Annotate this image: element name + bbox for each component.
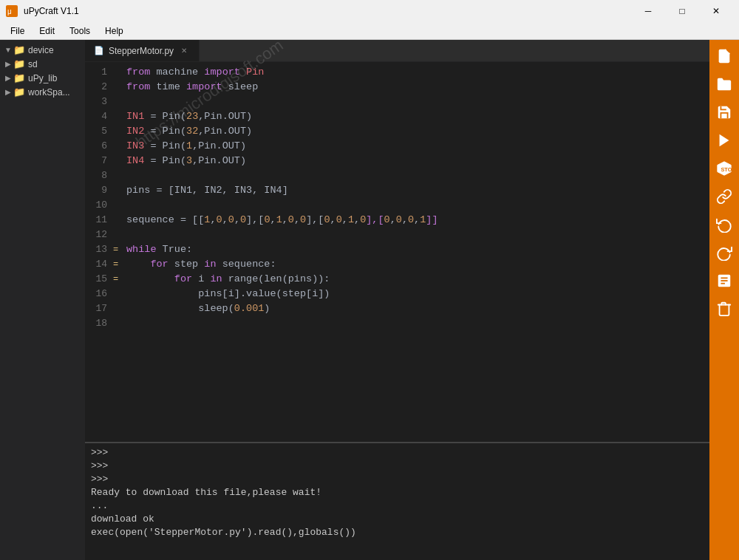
redo-button[interactable] bbox=[711, 239, 738, 266]
line-number: 15 bbox=[85, 272, 113, 287]
line-content: while True: bbox=[123, 242, 192, 257]
delete-button[interactable] bbox=[711, 296, 738, 322]
line-content: for step in sequence: bbox=[123, 257, 276, 272]
line-number: 12 bbox=[85, 228, 113, 242]
terminal-line: ... bbox=[91, 499, 704, 513]
line-content: from time import sleep bbox=[123, 80, 258, 95]
line-indicator: = bbox=[113, 257, 123, 272]
stop-button[interactable]: STOP bbox=[711, 155, 738, 182]
arrow-icon-sd: ▶ bbox=[3, 60, 13, 68]
stop-icon: STOP bbox=[716, 160, 732, 177]
line-content: IN3 = Pin(1,Pin.OUT) bbox=[123, 139, 246, 154]
undo-button[interactable] bbox=[711, 211, 738, 238]
line-number: 7 bbox=[85, 154, 113, 168]
maximize-button[interactable]: □ bbox=[665, 0, 699, 22]
line-number: 8 bbox=[85, 168, 113, 183]
sidebar-item-device[interactable]: ▼ 📁 device bbox=[0, 43, 85, 57]
sidebar-item-sd[interactable]: ▶ 📁 sd bbox=[0, 57, 85, 71]
tab-bar: 📄 StepperMotor.py ✕ bbox=[85, 40, 709, 62]
new-file-icon bbox=[716, 48, 732, 64]
save-file-button[interactable] bbox=[711, 99, 738, 126]
code-line: 9pins = [IN1, IN2, IN3, IN4] bbox=[85, 183, 709, 198]
folder-icon-upylib: 📁 bbox=[13, 72, 25, 83]
code-line: 2from time import sleep bbox=[85, 80, 709, 95]
code-line: 18 bbox=[85, 316, 709, 331]
sidebar-item-workspace[interactable]: ▶ 📁 workSpa... bbox=[0, 85, 85, 99]
line-number: 13 bbox=[85, 242, 113, 257]
tab-steppermotor[interactable]: 📄 StepperMotor.py ✕ bbox=[85, 40, 200, 61]
svg-text:STOP: STOP bbox=[721, 166, 732, 173]
menu-help[interactable]: Help bbox=[98, 24, 131, 38]
line-number: 11 bbox=[85, 213, 113, 228]
sidebar-label-workspace: workSpa... bbox=[28, 87, 70, 98]
line-number: 17 bbox=[85, 301, 113, 316]
content-area: https://microdigisoft.com 📄 StepperMotor… bbox=[85, 40, 709, 560]
app-icon: μ bbox=[6, 5, 18, 17]
code-line: 4IN1 = Pin(23,Pin.OUT) bbox=[85, 109, 709, 124]
new-file-button[interactable] bbox=[711, 43, 738, 69]
beautify-button[interactable] bbox=[711, 267, 738, 294]
folder-icon: 📁 bbox=[13, 44, 25, 55]
terminal-line: download ok bbox=[91, 513, 704, 526]
menu-bar: File Edit Tools Help bbox=[0, 22, 739, 40]
sidebar-label-device: device bbox=[28, 45, 54, 55]
code-line: 10 bbox=[85, 198, 709, 213]
tab-label: StepperMotor.py bbox=[109, 46, 174, 56]
sidebar-label-sd: sd bbox=[28, 59, 38, 69]
line-indicator: = bbox=[113, 242, 123, 257]
line-number: 3 bbox=[85, 95, 113, 109]
menu-edit[interactable]: Edit bbox=[32, 24, 62, 38]
code-line: 12 bbox=[85, 228, 709, 242]
line-content: pins = [IN1, IN2, IN3, IN4] bbox=[123, 183, 288, 198]
line-number: 10 bbox=[85, 198, 113, 213]
line-number: 1 bbox=[85, 65, 113, 80]
arrow-icon-workspace: ▶ bbox=[3, 88, 13, 96]
sidebar: ▼ 📁 device ▶ 📁 sd ▶ 📁 uPy_lib ▶ 📁 workSp… bbox=[0, 40, 85, 560]
terminal[interactable]: >>>>>>>>>Ready to download this file,ple… bbox=[85, 442, 709, 560]
line-indicator: = bbox=[113, 272, 123, 287]
code-line: 3 bbox=[85, 95, 709, 109]
code-line: 11sequence = [[1,0,0,0],[0,1,0,0],[0,0,1… bbox=[85, 213, 709, 228]
menu-file[interactable]: File bbox=[3, 24, 32, 38]
terminal-line: >>> bbox=[91, 473, 704, 486]
open-file-button[interactable] bbox=[711, 71, 738, 98]
tab-close-button[interactable]: ✕ bbox=[178, 45, 190, 57]
line-number: 14 bbox=[85, 257, 113, 272]
code-editor[interactable]: 1from machine import Pin2from time impor… bbox=[85, 62, 709, 442]
app-title: uPyCraft V1.1 bbox=[24, 6, 625, 16]
line-content: IN2 = Pin(32,Pin.OUT) bbox=[123, 124, 252, 139]
line-content: IN1 = Pin(23,Pin.OUT) bbox=[123, 109, 252, 124]
svg-marker-4 bbox=[720, 134, 729, 147]
close-button[interactable]: ✕ bbox=[699, 0, 733, 22]
main-layout: ▼ 📁 device ▶ 📁 sd ▶ 📁 uPy_lib ▶ 📁 workSp… bbox=[0, 40, 739, 560]
title-bar: μ uPyCraft V1.1 ─ □ ✕ bbox=[0, 0, 739, 22]
minimize-button[interactable]: ─ bbox=[631, 0, 665, 22]
run-button[interactable] bbox=[711, 127, 738, 154]
code-line: 7IN4 = Pin(3,Pin.OUT) bbox=[85, 154, 709, 168]
code-line: 8 bbox=[85, 168, 709, 183]
code-line: 5IN2 = Pin(32,Pin.OUT) bbox=[85, 124, 709, 139]
line-number: 2 bbox=[85, 80, 113, 95]
disconnect-button[interactable] bbox=[711, 183, 738, 210]
code-line: 14= for step in sequence: bbox=[85, 257, 709, 272]
line-number: 9 bbox=[85, 183, 113, 198]
code-line: 1from machine import Pin bbox=[85, 65, 709, 80]
line-content: for i in range(len(pins)): bbox=[123, 272, 330, 287]
run-icon bbox=[716, 132, 732, 148]
right-toolbar: STOP bbox=[709, 40, 739, 560]
arrow-icon: ▼ bbox=[3, 46, 13, 54]
code-line: 17 sleep(0.001) bbox=[85, 301, 709, 316]
menu-tools[interactable]: Tools bbox=[62, 24, 98, 38]
window-controls: ─ □ ✕ bbox=[631, 0, 733, 22]
sidebar-label-upylib: uPy_lib bbox=[28, 73, 57, 83]
code-line: 16 pins[i].value(step[i]) bbox=[85, 287, 709, 301]
open-file-icon bbox=[716, 76, 732, 92]
disconnect-icon bbox=[716, 188, 732, 205]
folder-icon-sd: 📁 bbox=[13, 58, 25, 69]
code-line: 6IN3 = Pin(1,Pin.OUT) bbox=[85, 139, 709, 154]
arrow-icon-upylib: ▶ bbox=[3, 74, 13, 82]
undo-icon bbox=[716, 216, 732, 233]
sidebar-item-upylib[interactable]: ▶ 📁 uPy_lib bbox=[0, 71, 85, 85]
terminal-line: exec(open('StepperMotor.py').read(),glob… bbox=[91, 526, 704, 539]
terminal-line: >>> bbox=[91, 446, 704, 460]
